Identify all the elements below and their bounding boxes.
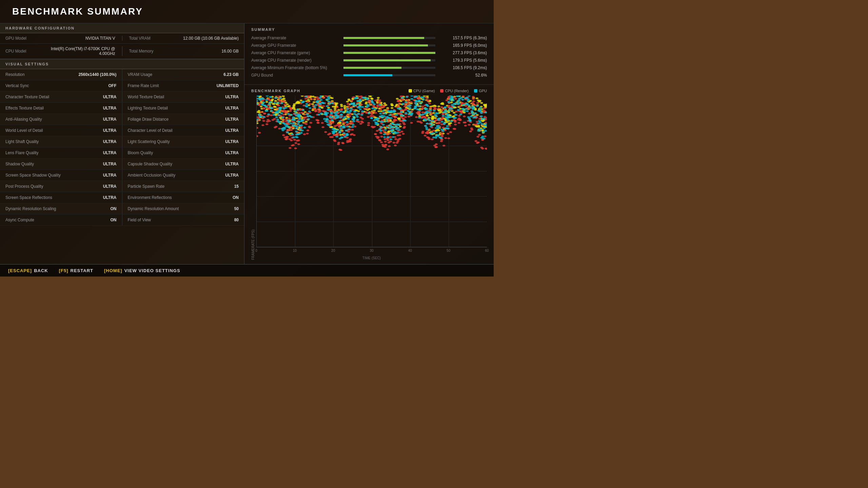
right-panel: SUMMARY Average Framerate 157.5 FPS (6.3… <box>244 23 494 264</box>
svg-point-1321 <box>321 122 324 124</box>
svg-point-900 <box>322 97 325 99</box>
svg-point-2030 <box>332 128 334 130</box>
graph-title: BENCHMARK GRAPH <box>251 89 300 93</box>
svg-point-1253 <box>402 133 405 135</box>
svg-point-287 <box>480 102 483 104</box>
svg-point-1250 <box>334 125 336 127</box>
svg-point-1533 <box>301 112 303 114</box>
setting-value: ULTRA <box>225 106 239 110</box>
svg-point-2006 <box>306 114 309 115</box>
setting-value: ULTRA <box>225 95 239 99</box>
bottom-button[interactable]: [HOME] VIEW VIDEO SETTINGS <box>104 268 180 273</box>
svg-point-1444 <box>394 138 397 140</box>
svg-point-1853 <box>291 133 294 135</box>
svg-point-2187 <box>374 122 377 123</box>
svg-point-1544 <box>268 98 270 100</box>
svg-point-2155 <box>285 126 288 127</box>
legend-item: CPU (Game) <box>409 89 435 93</box>
svg-point-1099 <box>438 122 441 123</box>
svg-point-309 <box>343 107 346 108</box>
svg-point-2094 <box>472 114 475 115</box>
svg-point-2158 <box>281 117 284 118</box>
legend-dot <box>440 89 443 93</box>
svg-point-466 <box>331 126 333 128</box>
svg-point-1948 <box>444 106 447 108</box>
svg-point-1705 <box>383 136 386 138</box>
svg-point-1343 <box>384 141 387 142</box>
setting-name: Effects Texture Detail <box>5 106 44 110</box>
svg-point-2005 <box>429 120 431 121</box>
setting-name: Async Compute <box>5 218 34 222</box>
svg-point-2170 <box>297 116 300 117</box>
svg-point-1575 <box>421 107 424 109</box>
svg-point-978 <box>324 131 327 133</box>
svg-point-2185 <box>384 129 387 130</box>
svg-point-609 <box>477 100 480 101</box>
svg-point-1857 <box>343 116 346 118</box>
svg-point-1813 <box>295 130 298 132</box>
svg-point-1735 <box>380 126 383 128</box>
svg-point-383 <box>328 96 331 97</box>
setting-item-right: Character Level of Detail ULTRA <box>122 125 244 136</box>
summary-label: Average Minimum Framerate (bottom 5%) <box>251 65 339 70</box>
svg-point-1757 <box>409 105 412 106</box>
summary-bar <box>343 37 424 39</box>
bottom-button[interactable]: [F5] RESTART <box>59 268 93 273</box>
svg-point-1877 <box>265 110 268 111</box>
bottom-button[interactable]: [ESCAPE] BACK <box>8 268 48 273</box>
svg-point-1659 <box>330 113 333 114</box>
svg-point-2008 <box>429 109 432 111</box>
svg-point-2000 <box>470 116 473 117</box>
svg-point-1821 <box>467 100 469 102</box>
svg-point-2020 <box>309 107 311 109</box>
setting-name: VRAM Usage <box>128 72 153 77</box>
svg-point-1998 <box>340 116 342 118</box>
graph-inner: 1801501209060300 0102030405060 TIME (SEC… <box>256 96 487 260</box>
svg-point-1671 <box>426 128 428 130</box>
svg-point-1529 <box>401 99 404 101</box>
setting-item-left: Vertical Sync OFF <box>0 80 122 91</box>
svg-point-1183 <box>387 139 389 141</box>
svg-point-2124 <box>382 124 385 125</box>
svg-point-1169 <box>448 105 450 107</box>
svg-point-289 <box>293 105 295 107</box>
svg-point-1792 <box>452 99 454 101</box>
svg-point-1461 <box>470 127 473 129</box>
svg-point-1691 <box>461 99 464 100</box>
setting-item-left: Screen Space Reflections ULTRA <box>0 192 122 203</box>
svg-point-1356 <box>374 112 377 114</box>
svg-point-1195 <box>283 111 286 113</box>
svg-point-2059 <box>346 108 349 110</box>
svg-point-1766 <box>294 113 297 115</box>
legend-label: CPU (Render) <box>445 89 469 93</box>
svg-point-1892 <box>353 111 356 113</box>
svg-point-2188 <box>334 112 336 114</box>
visual-settings: VISUAL SETTINGS Resolution 868x488 (10… <box>0 59 244 264</box>
svg-point-1456 <box>316 119 319 121</box>
svg-point-1044 <box>316 97 319 98</box>
svg-point-762 <box>296 101 298 103</box>
svg-point-1340 <box>380 132 382 134</box>
svg-point-1446 <box>386 134 389 135</box>
svg-point-1927 <box>351 118 354 120</box>
svg-point-1265 <box>270 114 273 116</box>
svg-point-1796 <box>437 119 440 121</box>
svg-point-1692 <box>401 103 404 105</box>
setting-name: Post Process Quality <box>5 184 43 189</box>
setting-value: 868x488 (100.0%) <box>78 72 116 77</box>
svg-point-1457 <box>426 136 429 138</box>
svg-point-963 <box>392 115 394 117</box>
setting-item-left: Post Process Quality ULTRA <box>0 181 122 192</box>
svg-point-867 <box>430 113 433 115</box>
graph-section: BENCHMARK GRAPH CPU (Game) CPU (Render) … <box>244 85 494 264</box>
setting-item-left: Light Shaft Quality ULTRA <box>0 136 122 147</box>
svg-point-1730 <box>409 107 411 109</box>
svg-point-2104 <box>479 121 481 123</box>
svg-point-1770 <box>429 122 432 124</box>
svg-point-1262 <box>440 139 443 141</box>
svg-point-1641 <box>392 136 394 138</box>
setting-value: ULTRA <box>103 173 117 178</box>
setting-name: Lighting Texture Detail <box>128 106 168 110</box>
svg-point-1920 <box>483 118 486 119</box>
hw-divider <box>122 36 122 41</box>
